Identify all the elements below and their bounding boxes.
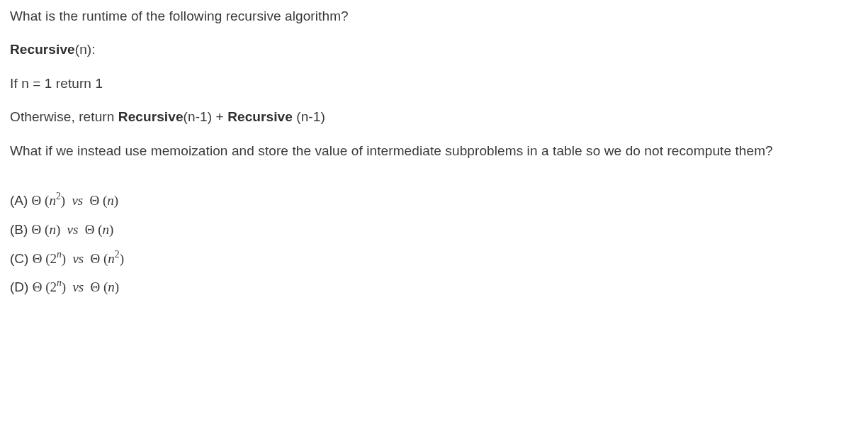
question-page: What is the runtime of the following rec… — [0, 0, 868, 313]
question-intro: What is the runtime of the following rec… — [10, 6, 858, 26]
algo-arg: (n): — [75, 42, 96, 57]
rec-call-2-arg: (n-1) — [296, 109, 325, 124]
option-B-label: (B) — [10, 222, 32, 237]
vs-text: vs — [69, 251, 86, 266]
rec-prefix: Otherwise, return — [10, 109, 118, 124]
option-D-rhs: Θ (n) — [91, 279, 120, 294]
algo-name: Recursive — [10, 42, 75, 57]
option-A-rhs: Θ (n) — [89, 193, 118, 208]
option-B-rhs: Θ (n) — [85, 222, 114, 237]
option-B-lhs: Θ (n) — [32, 222, 61, 237]
algo-base-case: If n = 1 return 1 — [10, 73, 858, 94]
option-D[interactable]: (D) Θ (2n) vs Θ (n) — [10, 279, 858, 296]
algo-recursive-case: Otherwise, return Recursive(n-1) + Recur… — [10, 106, 858, 127]
rec-call-1: Recursive — [118, 109, 184, 124]
vs-text: vs — [64, 222, 81, 237]
followup-question: What if we instead use memoization and s… — [10, 140, 858, 161]
option-C-rhs: Θ (n2) — [91, 251, 124, 266]
option-D-lhs: Θ (2n) — [33, 279, 66, 294]
vs-text: vs — [69, 279, 86, 294]
rec-call-2: Recursive — [227, 109, 296, 124]
option-A[interactable]: (A) Θ (n2) vs Θ (n) — [10, 192, 858, 210]
option-C[interactable]: (C) Θ (2n) vs Θ (n2) — [10, 250, 858, 268]
option-D-label: (D) — [10, 279, 33, 294]
algo-header: Recursive(n): — [10, 39, 858, 60]
option-B[interactable]: (B) Θ (n) vs Θ (n) — [10, 221, 858, 239]
option-A-label: (A) — [10, 193, 32, 208]
option-C-lhs: Θ (2n) — [33, 251, 66, 266]
vs-text: vs — [69, 193, 86, 208]
rec-call-1-arg: (n-1) + — [184, 109, 228, 124]
option-A-lhs: Θ (n2) — [32, 193, 65, 208]
option-C-label: (C) — [10, 251, 33, 266]
answer-options: (A) Θ (n2) vs Θ (n) (B) Θ (n) vs Θ (n) (… — [10, 192, 858, 296]
